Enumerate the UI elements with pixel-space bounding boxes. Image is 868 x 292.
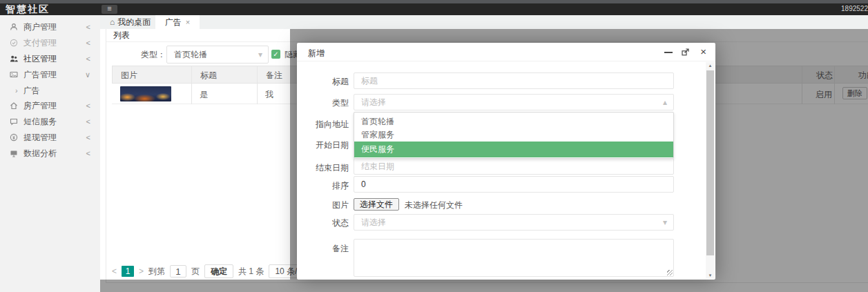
page-label: 页: [191, 266, 200, 278]
scroll-down-icon[interactable]: ▼: [706, 273, 715, 278]
sidebar-item-withdraw[interactable]: 提现管理<: [0, 130, 100, 146]
sidebar-item-ads[interactable]: 广告管理∨: [0, 67, 100, 83]
dropdown-arrow-icon: ▾: [258, 46, 262, 63]
dropdown-option-butler[interactable]: 管家服务: [354, 128, 673, 142]
sidebar-item-sms[interactable]: 短信服务<: [0, 114, 100, 130]
monitor-icon: [10, 149, 18, 157]
field-label-image: 图片: [297, 199, 349, 211]
user-phone-number[interactable]: 1892522: [841, 5, 868, 12]
ad-thumbnail-image: [120, 86, 171, 101]
sidebar-item-community[interactable]: 社区管理<: [0, 51, 100, 67]
tab-bar: ⌂我的桌面 广告×: [100, 15, 868, 29]
remark-textarea[interactable]: [354, 239, 674, 277]
next-page-icon[interactable]: >: [139, 266, 144, 276]
goto-label: 到第: [148, 266, 165, 278]
confirm-page-button[interactable]: 确定: [204, 264, 233, 278]
sidebar: 商户管理< 支付管理< 社区管理< 广告管理∨ ›广告 房产管理< 短信服务< …: [0, 15, 100, 292]
chevron-left-icon: <: [86, 35, 90, 51]
pagination: < 1 > 到第 页 确定 共 1 条 10 条/页: [112, 264, 318, 279]
dropdown-option-convenience-selected[interactable]: 便民服务: [354, 142, 673, 157]
col-image: 图片: [121, 70, 137, 81]
maximize-icon[interactable]: [681, 48, 690, 57]
add-dialog: 新增 × 标题 类型 请选择 ▴ 指向地址 开始日期 首页轮播 管家服务 便民服…: [297, 43, 715, 280]
divider: [257, 66, 258, 104]
type-filter-label: 类型：: [141, 49, 166, 61]
sidebar-item-analytics[interactable]: 数据分析<: [0, 146, 100, 162]
end-date-input[interactable]: [354, 158, 674, 175]
chevron-left-icon: <: [86, 146, 90, 162]
modal-overlay-bottom: [100, 280, 290, 292]
scroll-up-icon[interactable]: ▲: [706, 64, 715, 68]
chevron-left-icon: <: [86, 19, 90, 35]
field-label-remark: 备注: [297, 243, 349, 255]
scrollbar-thumb[interactable]: [706, 70, 714, 255]
type-dropdown-panel: 首页轮播 管家服务 便民服务: [354, 112, 674, 159]
sidebar-item-merchant[interactable]: 商户管理<: [0, 19, 100, 35]
home-icon: ⌂: [110, 17, 115, 27]
col-title: 标题: [200, 70, 217, 81]
close-tab-icon[interactable]: ×: [186, 18, 190, 26]
top-bar: 智慧社区 ≡ 1892522: [0, 3, 868, 15]
field-label-title: 标题: [297, 76, 349, 88]
dropdown-arrow-up-icon: ▴: [663, 95, 667, 110]
cell-remark: 我: [265, 89, 273, 101]
hamburger-menu-icon[interactable]: ≡: [102, 5, 117, 14]
chevron-down-icon: ∨: [85, 67, 90, 83]
current-page-button[interactable]: 1: [122, 266, 134, 277]
sidebar-subitem-ad[interactable]: ›广告: [0, 83, 100, 98]
field-label-target-url: 指向地址: [297, 119, 349, 130]
tab-ad-active[interactable]: 广告×: [155, 15, 200, 29]
chevron-left-icon: <: [86, 114, 90, 130]
dropdown-arrow-icon: ▾: [663, 215, 667, 230]
sidebar-item-payment[interactable]: 支付管理<: [0, 35, 100, 51]
sub-arrow-icon: ›: [15, 86, 18, 95]
title-input[interactable]: [354, 72, 674, 89]
user-icon: [10, 23, 18, 31]
message-icon: [10, 117, 18, 126]
col-remark: 备注: [266, 70, 282, 81]
dialog-titlebar[interactable]: 新增 ×: [297, 43, 715, 61]
field-label-sort: 排序: [297, 180, 349, 192]
cell-title: 是: [200, 89, 208, 101]
chevron-left-icon: <: [86, 98, 90, 114]
image-icon: [10, 70, 18, 79]
tab-my-desktop[interactable]: ⌂我的桌面: [102, 15, 159, 29]
dropdown-option-carousel[interactable]: 首页轮播: [354, 115, 673, 128]
resize-handle[interactable]: [667, 270, 673, 275]
sidebar-item-property[interactable]: 房产管理<: [0, 98, 100, 114]
field-label-end-date: 结束日期: [297, 162, 349, 174]
status-select[interactable]: 请选择 ▾: [354, 214, 674, 231]
close-dialog-icon[interactable]: ×: [700, 46, 706, 58]
hide-expired-checkbox[interactable]: ✓: [271, 50, 280, 59]
chevron-left-icon: <: [86, 51, 90, 67]
no-file-selected-text: 未选择任何文件: [405, 199, 463, 211]
field-label-start-date: 开始日期: [297, 139, 349, 151]
type-select[interactable]: 请选择 ▴: [354, 94, 674, 110]
dialog-title: 新增: [308, 48, 325, 59]
total-count: 共 1 条: [238, 266, 264, 278]
modal-scrollbar[interactable]: ▲ ▼: [706, 62, 715, 279]
divider: [191, 66, 192, 104]
top-edge-strip: [0, 0, 868, 3]
people-icon: [10, 55, 18, 63]
prev-page-icon[interactable]: <: [112, 266, 117, 276]
coin-icon: [10, 133, 18, 142]
goto-page-input[interactable]: [170, 265, 186, 278]
field-label-type: 类型: [297, 97, 349, 109]
minimize-icon[interactable]: [664, 52, 673, 53]
chevron-left-icon: <: [86, 130, 90, 146]
type-filter-select[interactable]: 首页轮播 ▾: [166, 46, 269, 64]
sort-input[interactable]: [354, 176, 674, 193]
field-label-status: 状态: [297, 217, 349, 229]
house-icon: [10, 101, 18, 110]
brand-logo: 智慧社区: [6, 1, 50, 17]
choose-file-button[interactable]: 选择文件: [354, 198, 399, 211]
check-circle-icon: [10, 39, 18, 47]
